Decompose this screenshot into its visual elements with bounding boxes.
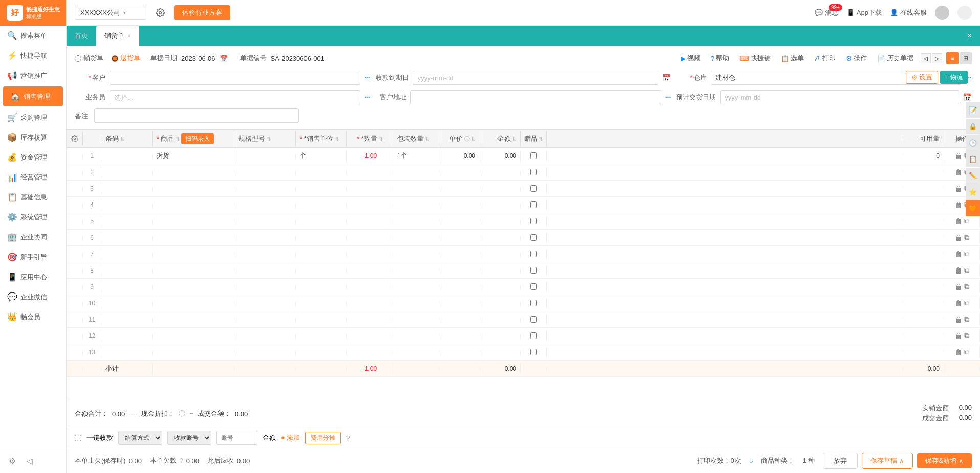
radio-return[interactable]: 退货单 <box>112 54 140 63</box>
copy-10[interactable]: ⧉ <box>964 299 969 307</box>
help-btn[interactable]: ? 帮助 <box>708 53 732 64</box>
tab-sales-order[interactable]: 销货单 × <box>96 26 139 46</box>
sidebar-item-guide[interactable]: 🎯 新手引导 <box>0 247 66 267</box>
expected-date-input[interactable] <box>720 90 959 104</box>
del-5[interactable]: 🗑 <box>955 217 962 226</box>
address-dots[interactable]: ··· <box>665 93 671 101</box>
save-new-button[interactable]: 保存&新增 ∧ <box>917 453 972 468</box>
del-12[interactable]: 🗑 <box>955 332 962 340</box>
operate-btn[interactable]: ⚙ 操作 <box>843 53 870 64</box>
expense-help-icon[interactable]: ? <box>346 434 350 442</box>
tab-home[interactable]: 首页 <box>67 26 96 46</box>
sidebar-item-wecom[interactable]: 💬 企业微信 <box>0 287 66 307</box>
gift-checkbox-2[interactable] <box>530 169 537 175</box>
account-number-input[interactable] <box>216 431 257 445</box>
discard-button[interactable]: 放弃 <box>823 453 858 469</box>
view-grid-button[interactable]: ⊞ <box>960 52 972 64</box>
copy-7[interactable]: ⧉ <box>964 250 969 258</box>
td-barcode-1[interactable] <box>101 154 153 158</box>
copy-12[interactable]: ⧉ <box>964 331 969 340</box>
sidebar-item-purchase[interactable]: 🛒 采购管理 <box>0 107 66 127</box>
td-qty-1[interactable]: -1.00 <box>347 150 393 162</box>
expected-date-calendar-icon[interactable]: 📅 <box>963 93 972 101</box>
sidebar-settings-button[interactable]: ⚙ <box>5 454 19 468</box>
sort-gift-icon[interactable]: ⇅ <box>539 136 543 142</box>
copy-5[interactable]: ⧉ <box>964 217 969 226</box>
settlement-method-select[interactable]: 结算方式 <box>118 431 162 445</box>
nav-prev-button[interactable]: ◁ <box>921 53 931 63</box>
sort-qty-icon[interactable]: ⇅ <box>379 136 383 142</box>
sidebar-item-enterprise[interactable]: 🏢 企业协同 <box>0 227 66 247</box>
salesperson-input[interactable] <box>110 90 360 104</box>
td-b2[interactable] <box>101 170 153 174</box>
copy-13[interactable]: ⧉ <box>964 348 969 356</box>
del-10[interactable]: 🗑 <box>955 299 962 307</box>
customer-input[interactable] <box>110 71 360 85</box>
delete-button-1[interactable]: 🗑 <box>955 152 962 160</box>
th-settings[interactable] <box>67 132 83 145</box>
save-draft-button[interactable]: 保存草稿 ∧ <box>862 453 913 469</box>
right-panel-btn-3[interactable]: 🕐 <box>966 135 980 151</box>
add-payment-button[interactable]: ● 添加 <box>281 433 300 442</box>
customer-dots[interactable]: ··· <box>364 74 371 82</box>
expense-split-button[interactable]: 费用分摊 <box>305 432 341 444</box>
user-avatar-2[interactable] <box>957 6 972 20</box>
shortcut-btn[interactable]: ⌨ 快捷键 <box>736 53 774 64</box>
due-date-input[interactable] <box>413 71 659 85</box>
salesperson-dots[interactable]: ··· <box>364 93 371 101</box>
del-4[interactable]: 🗑 <box>955 201 962 209</box>
bank-account-select[interactable]: 收款账号 <box>167 431 211 445</box>
td-spec-1[interactable] <box>234 154 296 158</box>
td-q2[interactable] <box>347 170 393 174</box>
scan-button[interactable]: 扫码录入 <box>181 133 214 144</box>
td-gift-1[interactable] <box>521 150 547 161</box>
user-avatar[interactable] <box>935 6 949 20</box>
sidebar-item-finance[interactable]: 💰 资金管理 <box>0 147 66 167</box>
copy-9[interactable]: ⧉ <box>964 282 969 291</box>
video-btn[interactable]: ▶ 视频 <box>678 53 704 64</box>
td-g2[interactable] <box>521 167 547 177</box>
del-9[interactable]: 🗑 <box>955 283 962 291</box>
due-date-calendar-icon[interactable]: 📅 <box>662 74 671 82</box>
note-input[interactable] <box>94 108 299 123</box>
sidebar-item-system[interactable]: ⚙️ 系统管理 <box>0 207 66 227</box>
sidebar-item-member[interactable]: 👑 畅会员 <box>0 307 66 327</box>
cash-discount-info-icon[interactable]: ⓘ <box>179 409 185 418</box>
copy-6[interactable]: ⧉ <box>964 233 969 242</box>
del-7[interactable]: 🗑 <box>955 250 962 258</box>
right-panel-btn-6[interactable]: ⭐ <box>966 184 980 200</box>
sort-price-icon[interactable]: ⇅ <box>471 136 475 142</box>
message-button[interactable]: 💬 消息 99+ <box>815 8 838 17</box>
del-6[interactable]: 🗑 <box>955 234 962 242</box>
td-pk2[interactable] <box>393 170 439 174</box>
radio-sales[interactable]: 销货单 <box>75 54 103 63</box>
del-2[interactable]: 🗑 <box>955 168 962 176</box>
sort-amount-icon[interactable]: ⇅ <box>512 136 516 142</box>
online-service-button[interactable]: 👤 在线客服 <box>890 8 927 17</box>
del-11[interactable]: 🗑 <box>955 316 962 324</box>
view-list-button[interactable]: ≡ <box>946 52 959 64</box>
right-panel-btn-2[interactable]: 🔒 <box>966 119 980 134</box>
experience-button[interactable]: 体验行业方案 <box>174 5 230 20</box>
sort-unit-icon[interactable]: ⇅ <box>335 136 339 142</box>
sidebar-item-basic[interactable]: 📋 基础信息 <box>0 187 66 207</box>
del-8[interactable]: 🗑 <box>955 266 962 275</box>
del-3[interactable]: 🗑 <box>955 185 962 193</box>
td-price-1[interactable]: 0.00 <box>439 150 480 162</box>
sort-barcode-icon[interactable]: ⇅ <box>120 136 124 142</box>
settings-button[interactable]: ⚙ 设置 <box>906 71 938 84</box>
app-download-button[interactable]: 📱 App下载 <box>846 8 882 17</box>
right-panel-btn-7[interactable]: 🧡 <box>966 200 980 216</box>
right-panel-btn-1[interactable]: 📝 <box>966 102 980 118</box>
logistics-button[interactable]: + 物流 <box>940 71 968 84</box>
gift-checkbox-1[interactable] <box>530 152 537 159</box>
sort-spec-icon[interactable]: ⇅ <box>267 136 271 142</box>
sidebar-item-search[interactable]: 🔍 搜索菜单 <box>0 26 66 46</box>
td-pr2[interactable] <box>439 170 480 174</box>
sidebar-item-shortcuts[interactable]: ⚡ 快捷导航 <box>0 46 66 65</box>
nav-next-button[interactable]: ▷ <box>932 53 942 63</box>
one-click-payment-checkbox[interactable] <box>75 435 81 441</box>
select-btn[interactable]: 📋 选单 <box>778 53 807 64</box>
tab-close-all-button[interactable]: × <box>967 31 980 40</box>
overdue-help-icon[interactable]: ? <box>180 457 183 464</box>
